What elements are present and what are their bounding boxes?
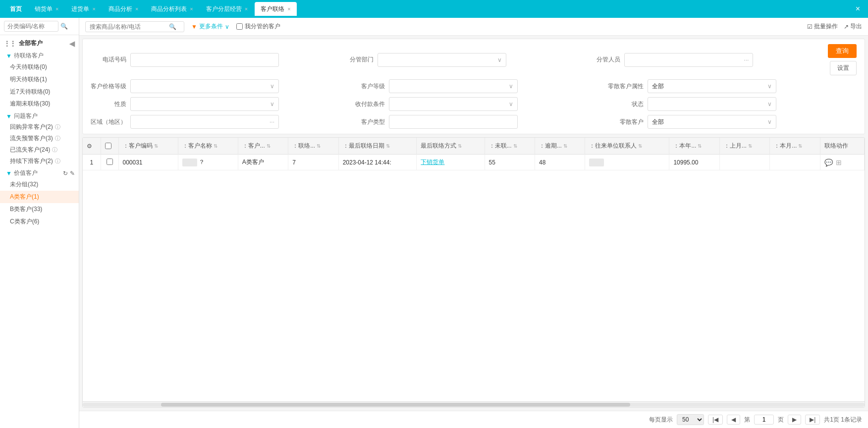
settings-icon[interactable]: ⚙ xyxy=(87,143,92,150)
sidebar: 🔍 ⋮⋮ 全部客户 ◀ ▼ 待联络客户 今天待联络(0) 明天待联络(1) 近7… xyxy=(0,18,79,428)
sidebar-search-icon[interactable]: 🔍 xyxy=(60,23,68,30)
sidebar-item-7days[interactable]: 近7天待联络(0) xyxy=(0,86,79,98)
sidebar-item-ungroup[interactable]: 未分组(32) xyxy=(0,178,79,191)
nature-select[interactable]: ∨ xyxy=(130,97,279,111)
th-name[interactable]: ：客户名称 ⇅ xyxy=(178,138,238,155)
tab-purchase-close[interactable]: × xyxy=(92,6,95,12)
export-btn[interactable]: ↗ 导出 xyxy=(844,22,862,31)
right-actions: ☑ 批量操作 ↗ 导出 xyxy=(807,22,862,31)
sidebar-item-tomorrow[interactable]: 明天待联络(1) xyxy=(0,73,79,86)
payment-select[interactable]: ∨ xyxy=(389,97,518,111)
top-navigation: 首页 销货单 × 进货单 × 商品分析 × 商品分析列表 × 客户分层经营 × … xyxy=(0,0,868,18)
select-all-checkbox[interactable] xyxy=(105,143,111,149)
tab-sales-order[interactable]: 销货单 × xyxy=(29,2,64,16)
grid-action-icon[interactable]: ⊞ xyxy=(836,159,842,166)
sidebar-item-churned[interactable]: 已流失客户(24) ⓘ xyxy=(0,144,79,156)
collapse-icon[interactable]: ◀ xyxy=(69,40,75,48)
filter-status: 状态 ∨ xyxy=(608,97,857,111)
contact-sort-icon: ⇅ xyxy=(317,143,321,149)
th-level[interactable]: ：客户... ⇅ xyxy=(238,138,288,155)
th-code[interactable]: ：客户编码 ⇅ xyxy=(118,138,178,155)
tab-customer-tier-close[interactable]: × xyxy=(245,6,248,12)
sidebar-item-b-class[interactable]: B类客户(33) xyxy=(0,203,79,215)
customer-level-select[interactable]: ∨ xyxy=(389,79,518,93)
th-overdue[interactable]: ：逾期... ⇅ xyxy=(535,138,585,155)
table-scrollbar[interactable] xyxy=(83,401,865,407)
sidebar-item-repurchase[interactable]: 回购异常客户(2) ⓘ xyxy=(0,121,79,133)
tab-sales-close[interactable]: × xyxy=(55,6,58,12)
tab-home[interactable]: 首页 xyxy=(4,2,28,16)
tab-customer-tier[interactable]: 客户分层经营 × xyxy=(200,2,254,16)
retail-customer-value: 全部 xyxy=(652,118,664,126)
sidebar-search-input[interactable] xyxy=(4,21,58,32)
th-last-month[interactable]: ：上月... ⇅ xyxy=(719,138,769,155)
tab-product-analysis-list-label: 商品分析列表 xyxy=(151,5,187,13)
retail-attr-select[interactable]: 全部 ∨ xyxy=(648,79,776,93)
tab-customer-contact-close[interactable]: × xyxy=(287,6,290,12)
sidebar-item-declining[interactable]: 持续下滑客户(2) ⓘ xyxy=(0,156,79,167)
page-size-select[interactable]: 50 100 200 xyxy=(677,414,704,425)
chat-action-icon[interactable]: 💬 xyxy=(824,159,833,166)
filter-search-input[interactable] xyxy=(90,23,169,30)
th-this-month[interactable]: ：本月... ⇅ xyxy=(770,138,820,155)
dept-select[interactable]: ∨ xyxy=(378,53,506,67)
th-last-date[interactable]: ：最后联络日期 ⇅ xyxy=(338,138,417,155)
no-contact-days: 55 xyxy=(489,159,495,166)
tab-product-analysis-close[interactable]: × xyxy=(135,6,138,12)
last-contact-method[interactable]: 下销货单 xyxy=(421,159,444,165)
region-select[interactable]: ··· xyxy=(130,115,279,129)
th-this-year[interactable]: ：本年... ⇅ xyxy=(669,138,719,155)
edit-icon[interactable]: ✎ xyxy=(70,170,75,177)
more-conditions-btn[interactable]: ▼ 更多条件 ∨ xyxy=(188,21,232,32)
window-close-icon[interactable]: × xyxy=(852,4,864,13)
my-customers-check[interactable] xyxy=(236,23,243,30)
setting-btn[interactable]: 设置 xyxy=(830,61,857,75)
th-last-method[interactable]: 最后联络方式 ⇅ xyxy=(417,138,485,155)
row-select-checkbox[interactable] xyxy=(107,159,113,165)
phone-label: 电话号码 xyxy=(91,55,130,64)
last-page-btn[interactable]: ▶| xyxy=(805,415,820,425)
tab-customer-contact[interactable]: 客户联络 × xyxy=(255,2,296,16)
th-contact2[interactable]: ：往来单位联系人 ⇅ xyxy=(585,138,669,155)
grid-icon: ⋮⋮ xyxy=(4,40,16,47)
th-contact[interactable]: ：联络... ⇅ xyxy=(288,138,338,155)
my-customers-label: 我分管的客户 xyxy=(245,22,280,31)
th-contact2-label: ：往来单位联系人 xyxy=(589,142,637,150)
retail-attr-arrow-icon: ∨ xyxy=(767,83,772,90)
filter-search-icon[interactable]: 🔍 xyxy=(169,23,176,30)
last-contact-date: 2023-04-12 14:44: xyxy=(343,159,391,166)
status-select[interactable]: ∨ xyxy=(648,97,776,111)
tab-purchase-order[interactable]: 进货单 × xyxy=(65,2,101,16)
batch-action-btn[interactable]: ☑ 批量操作 xyxy=(807,22,838,31)
customer-type-select[interactable] xyxy=(389,115,518,129)
repurchase-label: 回购异常客户(2) xyxy=(10,123,53,131)
page-number-input[interactable] xyxy=(754,415,774,425)
table-scroll[interactable]: ⚙ ：客户编码 ⇅ xyxy=(83,138,865,401)
retail-customer-select[interactable]: 全部 ∨ xyxy=(648,115,776,129)
dept-label: 分管部门 xyxy=(338,55,378,64)
scrollbar-thumb[interactable] xyxy=(161,403,630,407)
refresh-icon[interactable]: ↻ xyxy=(63,170,68,177)
first-page-btn[interactable]: |◀ xyxy=(708,415,723,425)
sidebar-item-overdue[interactable]: 逾期未联络(30) xyxy=(0,98,79,110)
query-btn[interactable]: 查询 xyxy=(828,44,857,58)
phone-input[interactable] xyxy=(130,53,279,67)
tab-product-analysis-list[interactable]: 商品分析列表 × xyxy=(145,2,199,16)
row-contact2 xyxy=(585,155,669,170)
sidebar-item-a-class[interactable]: A类客户(1) xyxy=(0,191,79,203)
th-no-days[interactable]: ：未联... ⇅ xyxy=(485,138,535,155)
sidebar-item-c-class[interactable]: C类客户(6) xyxy=(0,215,79,228)
prev-page-btn[interactable]: ◀ xyxy=(727,415,740,425)
my-customers-checkbox[interactable]: 我分管的客户 xyxy=(236,22,280,31)
next-page-btn[interactable]: ▶ xyxy=(788,415,801,425)
sidebar-all-customers[interactable]: ⋮⋮ 全部客户 ◀ xyxy=(0,37,79,50)
page-of-label: 页 xyxy=(778,416,784,424)
person-select[interactable]: ··· xyxy=(624,53,753,67)
sidebar-item-churn-warning[interactable]: 流失预警客户(3) ⓘ xyxy=(0,133,79,144)
sidebar-item-7days-label: 近7天待联络(0) xyxy=(10,88,50,95)
sidebar-item-today[interactable]: 今天待联络(0) xyxy=(0,61,79,73)
price-level-select[interactable]: ∨ xyxy=(130,79,279,93)
tab-product-analysis[interactable]: 商品分析 × xyxy=(103,2,144,16)
filter-customer-level: 客户等级 ∨ xyxy=(349,79,598,93)
tab-product-analysis-list-close[interactable]: × xyxy=(190,6,193,12)
